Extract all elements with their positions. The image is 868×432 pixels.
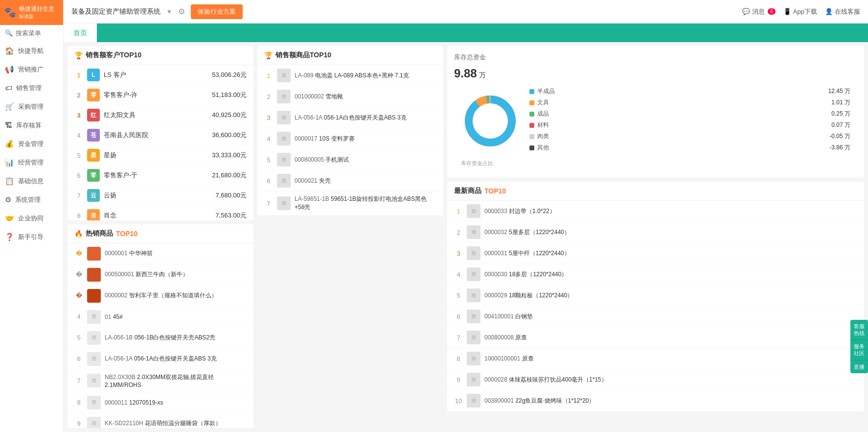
product-ranking-item: 1 图 LA-089 电池盖 LA-089 ABS本色+黑种 7.1克 (257, 65, 443, 86)
settings-icon[interactable]: ⚙ (178, 7, 185, 16)
legend-item: 肉类 -0.05 万 (529, 132, 850, 141)
product-ranking-item: 7 图 LA-59651-1B 59651-1B旋转投影灯电池盒ABS黑色+58… (257, 192, 443, 216)
operations-icon: 📊 (5, 158, 14, 167)
rank-number: 3 (74, 112, 83, 119)
customer-avatar: 星 (87, 149, 100, 162)
message-icon: 💬 (742, 8, 750, 15)
tab-home[interactable]: 首页 (64, 24, 97, 42)
legend-item: 半成品 12.45 万 (529, 87, 850, 96)
rank-number: 4 (74, 313, 83, 320)
hot-product-item: 6 图 LA-056-1A 056-1A白色按键开关盖ABS 3克 (68, 349, 253, 370)
product-name: 0000030 18多层（1220*2440） (484, 270, 857, 279)
online-service-btn[interactable]: 👤 在线客服 (825, 7, 860, 16)
float-btn-community[interactable]: 服务社区 (850, 340, 868, 360)
rank-number: 7 (264, 200, 273, 207)
customer-name: 零售客户-于 (104, 171, 208, 180)
legend-value: 1.01 万 (831, 98, 850, 107)
customer-value: 51,183.00元 (212, 91, 247, 99)
product-name: 0000021 夹壳 (295, 177, 436, 185)
product-name: 000800008 原查 (484, 334, 857, 342)
logo-icon: 🐾 (4, 6, 16, 18)
product-name: 0000017 10S 变料罗赛 (295, 135, 436, 143)
new-product-item: 10 图 003800001 22g鱼豆腐·烧烤味（1*12*20） (447, 390, 864, 411)
legend-label: 成品 (537, 110, 828, 118)
rank-number: 7 (74, 377, 83, 384)
sidebar-item-sales[interactable]: 🏷 销售管理 (0, 79, 63, 97)
product-name: 0000033 封边带（1.0*22） (484, 207, 857, 216)
stock-card: 库存总资金 9.88 万 (447, 46, 864, 178)
sidebar-item-system[interactable]: ⚙ 系统管理 (0, 191, 63, 209)
product-image: 图 (467, 373, 480, 386)
product-name: LA-056-1B 056-1B白色按键开关壳ABS2壳 (105, 334, 247, 342)
app-download-btn[interactable]: 📱 App下载 (783, 7, 817, 16)
system-icon: ⚙ (5, 195, 11, 204)
product-name: 000500001 新西兰牛肉（新牛） (105, 270, 247, 279)
basic-info-icon: 📋 (5, 177, 14, 186)
rank-number: 3 (454, 250, 463, 257)
sidebar-item-collab[interactable]: 🤝 企业协同 (0, 209, 63, 228)
sidebar-item-marketing[interactable]: 📢 营销推广 (0, 60, 63, 79)
messages-btn[interactable]: 💬 消息 6 (742, 7, 776, 16)
legend-value: 12.45 万 (828, 87, 850, 96)
legend-label: 文具 (537, 98, 828, 107)
sidebar-item-quick-nav[interactable]: 🏠 快捷导航 (0, 42, 63, 60)
sidebar-item-inventory[interactable]: 🏗 库存核算 (0, 116, 63, 135)
stock-unit: 万 (479, 71, 486, 80)
customer-avatar: 肖 (87, 209, 100, 220)
customer-avatar: 苍 (87, 129, 100, 142)
app-name: 畅捷通好生意 (19, 5, 54, 13)
trophy-icon: 🏆 (74, 51, 83, 59)
new-product-item: 6 图 004100001 白钢垫 (447, 306, 864, 327)
rank-number: 2 (74, 92, 83, 99)
customer-value: 7,680.00元 (215, 191, 247, 200)
legend-label: 半成品 (537, 87, 825, 96)
sidebar-item-operations[interactable]: 📊 经营管理 (0, 153, 63, 172)
legend-value: 0.07 万 (831, 121, 850, 129)
product-name: 01 45# (105, 313, 247, 320)
sidebar-item-guide[interactable]: ❓ 新手引导 (0, 228, 63, 246)
sidebar-item-finance[interactable]: 💰 资金管理 (0, 135, 63, 153)
stock-amount: 9.88 (454, 67, 477, 80)
customer-ranking-item: 6 零 零售客户-于 21,680.00元 (68, 166, 253, 186)
product-ranking-item: 4 图 0000017 10S 变料罗赛 (257, 128, 443, 149)
fire-icon: 🔥 (74, 230, 83, 238)
new-product-item: 7 图 000800008 原查 (447, 327, 864, 348)
product-image: 图 (467, 204, 480, 218)
customer-ranking-item: 8 肖 肖念 7,563.00元 (68, 206, 253, 220)
customer-ranking-item: 1 L LS 客户 53,006.26元 (68, 65, 253, 85)
sidebar-item-basic-info[interactable]: 📋 基础信息 (0, 172, 63, 191)
product-ranking-item: 6 图 0000021 夹壳 (257, 170, 443, 192)
customer-ranking-card: 🏆 销售额客户TOP10 1 L LS 客户 53,006.26元 2 零 零售… (68, 46, 253, 220)
product-name: 0000028 体辣荔枝味苏打饮品400毫升（1*15） (484, 376, 857, 384)
customer-name: 红太阳文具 (104, 111, 208, 120)
product-ranking-list: 1 图 LA-089 电池盖 LA-089 ABS本色+黑种 7.1克 2 图 … (257, 65, 443, 216)
stock-chart-area: 半成品 12.45 万 文具 1.01 万 成品 0.25 万 材料 0.07 … (454, 82, 857, 160)
hot-product-item: 4 图 01 45# (68, 307, 253, 328)
hot-product-item: � 000500001 新西兰牛肉（新牛） (68, 264, 253, 286)
product-image: 图 (277, 69, 291, 82)
experience-btn[interactable]: 体验行业方案 (191, 4, 243, 19)
home-icon: 🏠 (5, 47, 14, 55)
product-image (87, 268, 101, 282)
new-product-item: 8 图 10000100001 原查 (447, 348, 864, 369)
topbar-right: 💬 消息 6 📱 App下载 👤 在线客服 (742, 7, 860, 16)
product-image: 图 (467, 394, 480, 408)
new-products-title: 最新商品 (454, 187, 481, 195)
search-menu[interactable]: 🔍 搜索菜单 (0, 25, 63, 42)
customer-name: 苍南县人民医院 (104, 131, 208, 140)
float-btn-live[interactable]: 直播 (850, 360, 868, 373)
rank-number: 5 (74, 152, 83, 159)
product-image: 图 (277, 90, 291, 103)
new-product-item: 1 图 0000033 封边带（1.0*22） (447, 201, 864, 222)
float-btn-service[interactable]: 客服热线 (850, 320, 868, 340)
product-name: LA-59651-1B 59651-1B旋转投影灯电池盒ABS黑色+58壳 (295, 195, 436, 212)
product-image: 图 (467, 246, 480, 260)
service-icon: 👤 (825, 8, 833, 15)
legend-color (529, 123, 534, 128)
dropdown-arrow[interactable]: ▼ (166, 8, 172, 15)
right-panel: 库存总资金 9.88 万 (447, 46, 864, 428)
sidebar-item-purchase[interactable]: 🛒 采购管理 (0, 97, 63, 116)
product-image: 图 (87, 331, 101, 345)
product-name: 10000100001 原查 (484, 355, 857, 363)
rank-number: � (74, 250, 83, 257)
